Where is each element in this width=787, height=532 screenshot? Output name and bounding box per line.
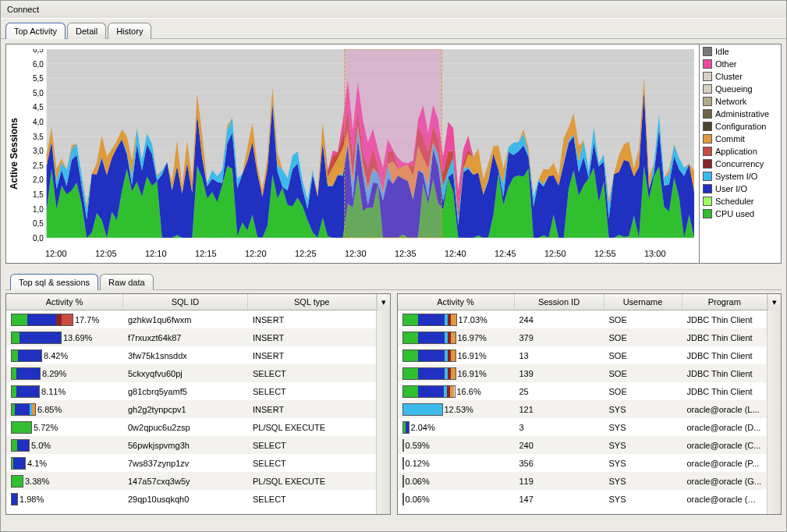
legend-item[interactable]: Network [703, 96, 778, 107]
table-row[interactable]: 0.59%240SYSoracle@oracle (C... [398, 436, 768, 454]
column-picker-icon[interactable]: ▾ [768, 294, 781, 310]
svg-text:2,5: 2,5 [33, 161, 44, 170]
legend-item[interactable]: Cluster [703, 71, 778, 82]
session-id: 3 [515, 420, 604, 435]
plot-area[interactable]: 6,56,05,55,04,54,03,53,02,52,01,51,00,50… [22, 44, 699, 263]
x-tick: 12:45 [495, 249, 544, 263]
area-chart[interactable]: 6,56,05,55,04,54,03,53,02,52,01,51,00,50… [22, 49, 694, 249]
legend-label: Other [715, 59, 737, 69]
bottom-tabstrip: Top sql & sessionsRaw data [5, 270, 782, 290]
legend-swatch-icon [703, 109, 712, 119]
table-row[interactable]: 6.85%gh2g2tynpcpv1INSERT [6, 400, 376, 418]
chart-legend: IdleOtherClusterQueueingNetworkAdministr… [699, 44, 781, 263]
col-activity[interactable]: Activity % [398, 294, 515, 310]
tab-raw-data[interactable]: Raw data [100, 274, 153, 290]
table-row[interactable]: 0.12%356SYSoracle@oracle (P... [398, 454, 768, 472]
sql-type: SELECT [248, 491, 376, 507]
activity-pct: 0.06% [406, 477, 430, 486]
title-text: Connect [7, 5, 39, 14]
scrollbar[interactable] [376, 310, 390, 514]
session-header: Activity % Session ID Username Program [398, 294, 768, 310]
tab-detail[interactable]: Detail [67, 23, 106, 39]
sql-id: 5ckxyqfvu60pj [123, 366, 248, 381]
table-row[interactable]: 0.06%119SYSoracle@oracle (G... [398, 472, 768, 490]
legend-item[interactable]: Commit [703, 133, 778, 144]
sql-type: SELECT [248, 456, 376, 471]
sql-type: SELECT [248, 366, 376, 381]
program: oracle@oracle (P... [682, 456, 768, 471]
activity-pct: 0.12% [406, 459, 430, 468]
legend-item[interactable]: CPU used [703, 208, 778, 219]
legend-item[interactable]: System I/O [703, 171, 778, 182]
chart-panel: Active Sessions 6,56,05,55,04,54,03,53,0… [5, 44, 782, 264]
session-id: 121 [515, 402, 604, 417]
col-activity[interactable]: Activity % [6, 294, 123, 310]
table-row[interactable]: 16.91%13SOEJDBC Thin Client [398, 346, 768, 364]
legend-item[interactable]: Application [703, 146, 778, 157]
table-row[interactable]: 16.91%139SOEJDBC Thin Client [398, 364, 768, 382]
legend-label: Idle [715, 46, 729, 57]
tab-top-sql-sessions[interactable]: Top sql & sessions [10, 274, 98, 290]
table-row[interactable]: 2.04%3SYSoracle@oracle (D... [398, 418, 768, 436]
legend-swatch-icon [703, 72, 712, 81]
col-sqlid[interactable]: SQL ID [123, 294, 248, 310]
legend-item[interactable]: Administrative [703, 108, 778, 119]
activity-pct: 8.11% [41, 387, 66, 396]
table-row[interactable]: 5.0%56pwkjspvmg3hSELECT [6, 436, 376, 454]
scrollbar[interactable] [767, 310, 781, 514]
session-rows[interactable]: 17.03%244SOEJDBC Thin Client16.97%379SOE… [398, 310, 768, 514]
legend-label: Configuration [715, 121, 766, 132]
table-row[interactable]: 8.29%5ckxyqfvu60pjSELECT [6, 364, 376, 382]
legend-item[interactable]: Idle [703, 46, 778, 57]
legend-swatch-icon [703, 47, 712, 56]
table-row[interactable]: 5.72%0w2qpuc6u2zspPL/SQL EXECUTE [6, 418, 376, 436]
x-tick: 12:50 [544, 249, 594, 263]
x-tick: 13:00 [644, 249, 694, 263]
col-sqltype[interactable]: SQL type [248, 294, 377, 310]
table-row[interactable]: 12.53%121SYSoracle@oracle (L... [398, 400, 768, 418]
col-username[interactable]: Username [604, 294, 682, 310]
legend-item[interactable]: Concurrency [703, 158, 778, 169]
table-row[interactable]: 16.6%25SOEJDBC Thin Client [398, 382, 768, 400]
table-row[interactable]: 8.11%g81cbrq5yamf5SELECT [6, 382, 376, 400]
legend-item[interactable]: Scheduler [703, 196, 778, 207]
legend-label: Application [715, 146, 757, 157]
legend-item[interactable]: Other [703, 59, 778, 69]
svg-text:0,5: 0,5 [33, 219, 44, 228]
legend-item[interactable]: Configuration [703, 121, 778, 132]
sql-id: f7rxuxzt64k87 [123, 330, 248, 346]
table-row[interactable]: 16.97%379SOEJDBC Thin Client [398, 328, 768, 346]
titlebar: Connect [1, 1, 786, 19]
legend-item[interactable]: User I/O [703, 183, 778, 194]
tab-top-activity[interactable]: Top Activity [5, 23, 66, 39]
username: SYS [604, 438, 682, 453]
table-row[interactable]: 13.69%f7rxuxzt64k87INSERT [6, 328, 376, 346]
table-row[interactable]: 17.03%244SOEJDBC Thin Client [398, 310, 768, 328]
sql-id: g81cbrq5yamf5 [123, 384, 248, 399]
table-row[interactable]: 8.42%3fw75k1snsddxINSERT [6, 346, 376, 364]
tab-history[interactable]: History [108, 23, 151, 39]
table-row[interactable]: 0.06%147SYSoracle@oracle (W... [398, 490, 768, 508]
table-row[interactable]: 1.98%29qp10usqkqh0SELECT [6, 490, 376, 508]
table-row[interactable]: 17.7%gzhkw1qu6fwxmINSERT [6, 310, 376, 328]
legend-label: Administrative [715, 108, 769, 119]
table-row[interactable]: 4.1%7ws837zynp1zvSELECT [6, 454, 376, 472]
activity-pct: 13.69% [63, 333, 92, 342]
legend-item[interactable]: Queueing [703, 83, 778, 94]
sql-rows[interactable]: 17.7%gzhkw1qu6fwxmINSERT13.69%f7rxuxzt64… [6, 310, 376, 514]
svg-text:0,0: 0,0 [33, 234, 44, 243]
x-tick: 12:35 [395, 249, 445, 263]
program: oracle@oracle (W... [682, 491, 768, 507]
col-program[interactable]: Program [682, 294, 768, 310]
program: JDBC Thin Client [682, 366, 768, 381]
program: JDBC Thin Client [682, 384, 768, 399]
sql-type: INSERT [248, 330, 376, 346]
table-row[interactable]: 3.38%147a57cxq3w5yPL/SQL EXECUTE [6, 472, 376, 490]
legend-swatch-icon [703, 184, 712, 193]
col-sessionid[interactable]: Session ID [515, 294, 604, 310]
activity-pct: 16.97% [458, 333, 487, 342]
column-picker-icon[interactable]: ▾ [377, 294, 390, 310]
activity-pct: 4.1% [27, 459, 47, 468]
legend-label: Concurrency [715, 158, 764, 169]
activity-pct: 8.29% [42, 369, 66, 378]
